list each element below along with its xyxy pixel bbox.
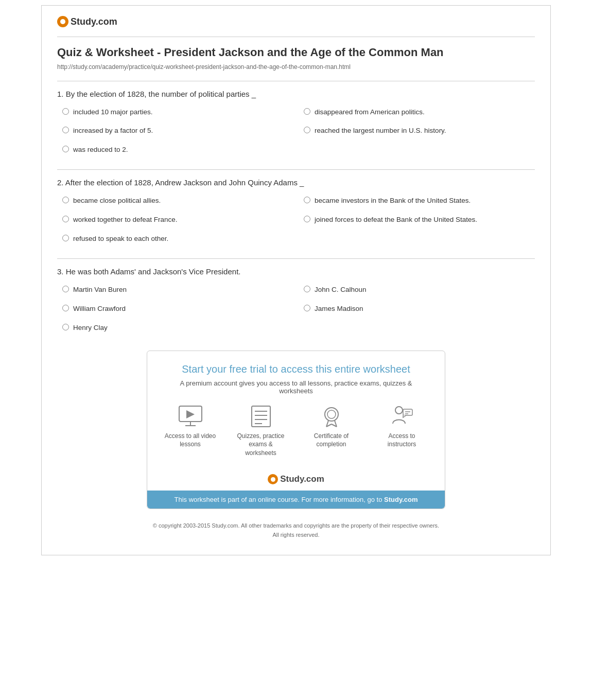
question-1-options: included 10 major parties. disappeared f… [62, 106, 535, 157]
option-text: disappeared from American politics. [315, 108, 425, 117]
list-item[interactable]: refused to speak to each other. [62, 232, 293, 246]
top-divider [57, 37, 535, 37]
question-2-text: 2. After the election of 1828, Andrew Ja… [57, 178, 535, 187]
radio-q3-d[interactable] [304, 305, 310, 311]
logo-icon-inner [60, 19, 65, 24]
trial-banner-text: This worksheet is part of an online cour… [174, 496, 382, 503]
radio-q2-e[interactable] [62, 235, 69, 241]
list-item[interactable]: was reduced to 2. [62, 143, 293, 157]
question-1-text: 1. By the election of 1828, the number o… [57, 90, 535, 98]
radio-q1-b[interactable] [304, 108, 310, 115]
page-wrapper: Study.com Quiz & Worksheet - President J… [41, 5, 551, 555]
svg-point-10 [327, 410, 336, 418]
logo-area: Study.com [57, 16, 535, 27]
radio-q3-c[interactable] [62, 305, 69, 311]
footer-line1: © copyright 2003-2015 Study.com. All oth… [57, 521, 535, 531]
svg-rect-16 [403, 409, 412, 415]
feature-quizzes: Quizzes, practice exams & worksheets [233, 405, 288, 458]
option-text: was reduced to 2. [73, 145, 128, 155]
option-text: joined forces to defeat the Bank of the … [315, 215, 477, 225]
list-item[interactable]: joined forces to defeat the Bank of the … [304, 213, 535, 227]
list-item[interactable]: became close political allies. [62, 194, 293, 208]
logo-icon [57, 16, 68, 27]
page-url: http://study.com/academy/practice/quiz-w… [57, 63, 535, 71]
question-1-block: 1. By the election of 1828, the number o… [57, 90, 535, 157]
page-title: Quiz & Worksheet - President Jackson and… [57, 45, 535, 60]
radio-q2-d[interactable] [304, 216, 310, 222]
option-text: became investors in the Bank of the Unit… [315, 196, 471, 206]
feature-instructors: Access to instructors [374, 405, 429, 458]
list-item[interactable]: increased by a factor of 5. [62, 124, 293, 138]
feature-certificate: Certificate of completion [304, 405, 359, 458]
list-icon [248, 405, 274, 428]
monitor-icon [177, 405, 204, 428]
option-text: Martin Van Buren [73, 285, 127, 295]
list-item[interactable]: William Crawford [62, 302, 293, 316]
feature-quizzes-text: Quizzes, practice exams & worksheets [233, 432, 288, 458]
footer-line2: All rights reserved. [57, 531, 535, 540]
option-text: Henry Clay [73, 323, 108, 333]
svg-marker-3 [186, 410, 195, 418]
option-text: included 10 major parties. [73, 108, 153, 117]
feature-video-text: Access to all video lessons [163, 432, 218, 449]
trial-title: Start your free trial to access this ent… [163, 363, 429, 375]
trial-logo-text: Study.com [280, 474, 324, 484]
radio-q3-e[interactable] [62, 324, 69, 330]
list-item[interactable]: John C. Calhoun [304, 283, 535, 297]
trial-logo-circle [268, 474, 278, 484]
question-3-block: 3. He was both Adams' and Jackson's Vice… [57, 267, 535, 335]
logo-text-label: Study.com [71, 16, 117, 27]
option-text: John C. Calhoun [315, 285, 367, 295]
q2-divider [57, 258, 535, 259]
medal-icon [318, 405, 345, 428]
radio-q2-b[interactable] [304, 197, 310, 203]
radio-q2-c[interactable] [62, 216, 69, 222]
option-text: James Madison [315, 304, 363, 314]
radio-q1-d[interactable] [304, 127, 310, 133]
instructor-icon [389, 405, 415, 428]
trial-logo-inner [271, 477, 275, 482]
title-divider [57, 81, 535, 81]
question-2-options: became close political allies. became in… [62, 194, 535, 246]
radio-q3-b[interactable] [304, 286, 310, 292]
option-text: reached the largest number in U.S. histo… [315, 126, 446, 136]
list-item[interactable]: included 10 major parties. [62, 106, 293, 119]
option-text: William Crawford [73, 304, 126, 314]
trial-banner: This worksheet is part of an online cour… [147, 491, 445, 509]
trial-study-logo: Study.com [268, 474, 324, 484]
option-text: increased by a factor of 5. [73, 126, 153, 136]
site-logo[interactable]: Study.com [57, 16, 535, 27]
footer: © copyright 2003-2015 Study.com. All oth… [57, 521, 535, 539]
svg-point-9 [325, 408, 338, 421]
features-row: Access to all video lessons Quizzes, pra… [163, 405, 429, 458]
radio-q2-a[interactable] [62, 197, 69, 203]
feature-instructors-text: Access to instructors [374, 432, 429, 449]
trial-banner-link[interactable]: Study.com [384, 496, 418, 503]
question-3-text: 3. He was both Adams' and Jackson's Vice… [57, 267, 535, 276]
radio-q3-a[interactable] [62, 286, 69, 292]
list-item[interactable]: reached the largest number in U.S. histo… [304, 124, 535, 138]
q1-divider [57, 169, 535, 170]
option-text: became close political allies. [73, 196, 161, 206]
list-item[interactable]: Henry Clay [62, 321, 293, 335]
radio-q1-c[interactable] [62, 127, 69, 133]
question-2-block: 2. After the election of 1828, Andrew Ja… [57, 178, 535, 246]
list-item[interactable]: became investors in the Bank of the Unit… [304, 194, 535, 208]
trial-logo: Study.com [163, 468, 429, 491]
feature-certificate-text: Certificate of completion [304, 432, 359, 449]
list-item[interactable]: worked together to defeat France. [62, 213, 293, 227]
option-text: refused to speak to each other. [73, 234, 168, 244]
trial-subtitle: A premium account gives you access to al… [163, 379, 429, 395]
svg-point-15 [395, 407, 403, 414]
radio-q1-e[interactable] [62, 146, 69, 152]
list-item[interactable]: James Madison [304, 302, 535, 316]
question-3-options: Martin Van Buren John C. Calhoun William… [62, 283, 535, 335]
list-item[interactable]: Martin Van Buren [62, 283, 293, 297]
option-text: worked together to defeat France. [73, 215, 178, 225]
trial-box: Start your free trial to access this ent… [147, 351, 445, 509]
list-item[interactable]: disappeared from American politics. [304, 106, 535, 119]
radio-q1-a[interactable] [62, 108, 69, 115]
feature-video: Access to all video lessons [163, 405, 218, 458]
